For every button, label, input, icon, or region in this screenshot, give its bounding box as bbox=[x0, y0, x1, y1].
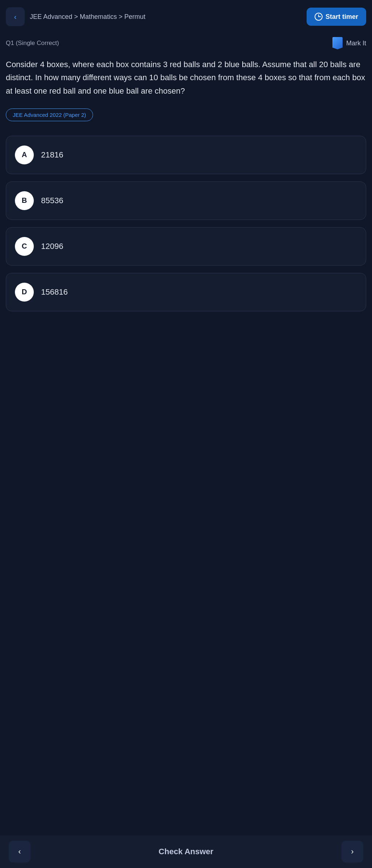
mark-it-button[interactable]: Mark It bbox=[332, 37, 366, 49]
option-card-b[interactable]: B85536 bbox=[6, 181, 366, 220]
option-card-d[interactable]: D156816 bbox=[6, 273, 366, 311]
breadcrumb: JEE Advanced > Mathematics > Permut bbox=[30, 13, 145, 21]
next-icon: › bbox=[351, 847, 353, 856]
option-card-a[interactable]: A21816 bbox=[6, 136, 366, 174]
start-timer-button[interactable]: Start timer bbox=[307, 8, 366, 26]
option-letter-d: D bbox=[15, 283, 34, 302]
option-value-c: 12096 bbox=[41, 242, 63, 251]
option-value-b: 85536 bbox=[41, 196, 63, 205]
question-meta: Q1 (Single Correct) Mark It bbox=[0, 33, 372, 55]
mark-it-label: Mark It bbox=[346, 40, 366, 47]
timer-icon bbox=[315, 13, 323, 21]
prev-icon: ‹ bbox=[18, 847, 21, 856]
option-card-c[interactable]: C12096 bbox=[6, 227, 366, 266]
header-left: ‹ JEE Advanced > Mathematics > Permut bbox=[6, 7, 145, 26]
option-value-a: 21816 bbox=[41, 150, 63, 160]
question-tag: JEE Advanced 2022 (Paper 2) bbox=[6, 108, 93, 121]
question-type-label: Q1 (Single Correct) bbox=[6, 40, 59, 47]
question-body: Consider 4 boxes, where each box contain… bbox=[0, 55, 372, 105]
option-letter-b: B bbox=[15, 191, 34, 210]
check-answer-button[interactable]: Check Answer bbox=[31, 847, 341, 856]
options-container: A21816B85536C12096D156816 bbox=[0, 136, 372, 311]
option-letter-a: A bbox=[15, 146, 34, 164]
back-icon: ‹ bbox=[14, 13, 17, 21]
bottom-spacer bbox=[0, 311, 372, 351]
back-button[interactable]: ‹ bbox=[6, 7, 25, 26]
bottom-nav: ‹ Check Answer › bbox=[0, 835, 372, 868]
start-timer-label: Start timer bbox=[326, 13, 358, 21]
prev-button[interactable]: ‹ bbox=[9, 841, 31, 863]
option-value-d: 156816 bbox=[41, 287, 68, 297]
option-letter-c: C bbox=[15, 237, 34, 256]
next-button[interactable]: › bbox=[341, 841, 363, 863]
header: ‹ JEE Advanced > Mathematics > Permut St… bbox=[0, 0, 372, 33]
bookmark-icon bbox=[332, 37, 343, 49]
